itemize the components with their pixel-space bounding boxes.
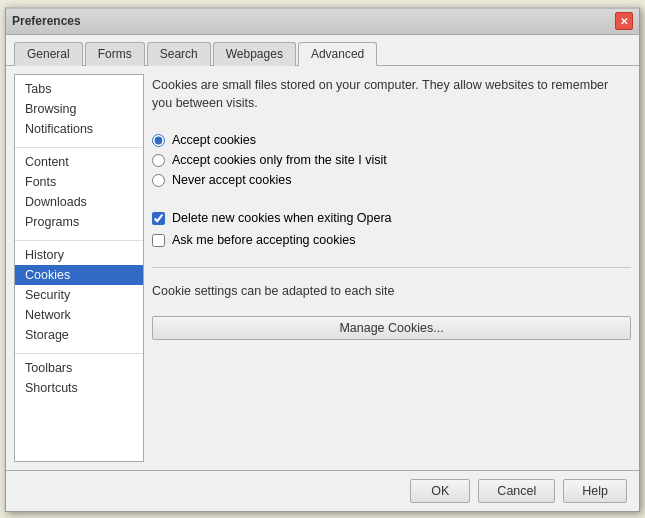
radio-accept-from-site-label: Accept cookies only from the site I visi… [172, 153, 387, 167]
preferences-window: Preferences ✕ General Forms Search Webpa… [5, 7, 640, 512]
tab-forms[interactable]: Forms [85, 42, 145, 66]
sidebar-divider-1 [15, 147, 143, 148]
sidebar-item-history[interactable]: History [15, 245, 143, 265]
sidebar-item-network[interactable]: Network [15, 305, 143, 325]
cookie-radio-group: Accept cookies Accept cookies only from … [152, 133, 631, 187]
tab-general[interactable]: General [14, 42, 83, 66]
sidebar-item-programs[interactable]: Programs [15, 212, 143, 232]
sidebar-group-3: History Cookies Security Network Storage [15, 245, 143, 345]
sidebar-item-downloads[interactable]: Downloads [15, 192, 143, 212]
tab-search[interactable]: Search [147, 42, 211, 66]
close-button[interactable]: ✕ [615, 12, 633, 30]
sidebar-item-browsing[interactable]: Browsing [15, 99, 143, 119]
manage-cookies-button[interactable]: Manage Cookies... [152, 316, 631, 340]
radio-accept-cookies[interactable]: Accept cookies [152, 133, 631, 147]
checkbox-delete-on-exit-label: Delete new cookies when exiting Opera [172, 211, 392, 225]
sidebar-item-security[interactable]: Security [15, 285, 143, 305]
sidebar-group-4: Toolbars Shortcuts [15, 358, 143, 398]
checkbox-delete-on-exit-input[interactable] [152, 212, 165, 225]
radio-accept-cookies-label: Accept cookies [172, 133, 256, 147]
radio-never-accept-input[interactable] [152, 174, 165, 187]
sidebar-group-2: Content Fonts Downloads Programs [15, 152, 143, 232]
cookies-description: Cookies are small files stored on your c… [152, 74, 631, 120]
radio-never-accept-label: Never accept cookies [172, 173, 292, 187]
section-divider [152, 267, 631, 268]
sidebar-item-toolbars[interactable]: Toolbars [15, 358, 143, 378]
checkbox-ask-before-accepting-input[interactable] [152, 234, 165, 247]
ok-button[interactable]: OK [410, 479, 470, 503]
checkbox-ask-before-accepting-label: Ask me before accepting cookies [172, 233, 355, 247]
sidebar-divider-2 [15, 240, 143, 241]
sidebar: Tabs Browsing Notifications Content Font… [14, 74, 144, 462]
checkbox-ask-before-accepting[interactable]: Ask me before accepting cookies [152, 233, 631, 247]
sidebar-item-content[interactable]: Content [15, 152, 143, 172]
cookie-checkbox-group: Delete new cookies when exiting Opera As… [152, 211, 631, 247]
checkbox-delete-on-exit[interactable]: Delete new cookies when exiting Opera [152, 211, 631, 225]
sidebar-group-1: Tabs Browsing Notifications [15, 79, 143, 139]
sidebar-item-cookies[interactable]: Cookies [15, 265, 143, 285]
content-area: Tabs Browsing Notifications Content Font… [6, 66, 639, 470]
tabs-bar: General Forms Search Webpages Advanced [6, 35, 639, 66]
radio-accept-from-site[interactable]: Accept cookies only from the site I visi… [152, 153, 631, 167]
title-bar: Preferences ✕ [6, 9, 639, 35]
sidebar-item-notifications[interactable]: Notifications [15, 119, 143, 139]
radio-accept-from-site-input[interactable] [152, 154, 165, 167]
help-button[interactable]: Help [563, 479, 627, 503]
main-panel: Cookies are small files stored on your c… [152, 74, 631, 462]
window-title: Preferences [12, 14, 81, 28]
tab-webpages[interactable]: Webpages [213, 42, 296, 66]
radio-accept-cookies-input[interactable] [152, 134, 165, 147]
cookie-settings-text: Cookie settings can be adapted to each s… [152, 284, 631, 298]
cancel-button[interactable]: Cancel [478, 479, 555, 503]
sidebar-divider-3 [15, 353, 143, 354]
footer: OK Cancel Help [6, 470, 639, 511]
tab-advanced[interactable]: Advanced [298, 42, 377, 66]
sidebar-item-fonts[interactable]: Fonts [15, 172, 143, 192]
radio-never-accept[interactable]: Never accept cookies [152, 173, 631, 187]
sidebar-item-tabs[interactable]: Tabs [15, 79, 143, 99]
sidebar-item-shortcuts[interactable]: Shortcuts [15, 378, 143, 398]
sidebar-item-storage[interactable]: Storage [15, 325, 143, 345]
